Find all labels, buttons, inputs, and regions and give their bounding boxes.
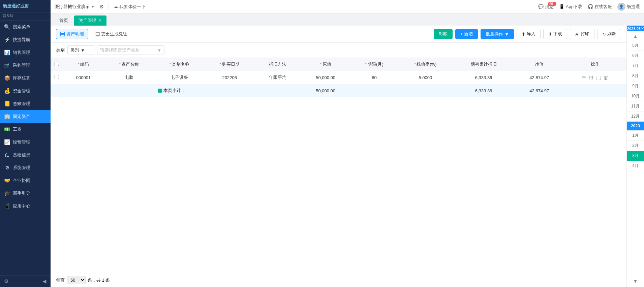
view-tab-voucher-label: 变更生成凭证	[101, 31, 127, 37]
new-label: + 新增	[460, 31, 473, 37]
online-service-btn[interactable]: 🎧 在线客服	[588, 4, 612, 10]
sidebar-item-sales[interactable]: 📊 销售管理	[0, 46, 51, 59]
subtotal-accumulated: 6,333.36	[453, 84, 514, 97]
edit-icon[interactable]: ✏	[582, 74, 586, 81]
ledger-icon: 📒	[4, 101, 10, 107]
td-period: 60	[350, 71, 398, 84]
total-label: 条，共 1 条	[88, 277, 110, 283]
subtotal-empty-5	[350, 84, 398, 97]
tab-close-icon[interactable]: ✕	[98, 19, 102, 23]
tab-asset-management[interactable]: 资产管理 ✕	[74, 15, 106, 26]
th-purchase-date: *购买日期	[205, 58, 255, 71]
company-selector[interactable]: 医疗器械行业演示 ▼	[55, 4, 95, 10]
sidebar-item-label: 快捷导航	[13, 37, 30, 43]
subtotal-original-value: 50,000.00	[301, 84, 350, 97]
subtotal-label-cell: 本页小计：	[154, 84, 255, 97]
sidebar-item-enterprise[interactable]: 🤝 企业协同	[0, 174, 51, 187]
view-tab-detail[interactable]: 资产明细	[56, 29, 88, 39]
sidebar-item-fixed-assets[interactable]: 🏢 固定资产	[0, 110, 51, 123]
sidebar: 畅捷通好业财 普及版 🔍 搜索菜单 ⚡ 快捷导航 📊 销售管理 🛒 采购管理 📦…	[0, 0, 51, 287]
per-page-select[interactable]: 50 10 20 100	[67, 276, 86, 284]
message-badge: 99+	[548, 2, 556, 6]
experience-text: 我要体验一下	[119, 4, 146, 10]
experience-btn[interactable]: ☁ 我要体验一下	[114, 4, 146, 10]
month-10[interactable]: 10月	[627, 91, 644, 101]
month-8[interactable]: 8月	[627, 71, 644, 81]
month-5[interactable]: 5月	[627, 41, 644, 51]
svg-rect-2	[61, 35, 64, 36]
sidebar-item-label: 应用中心	[13, 203, 30, 209]
sidebar-item-guide[interactable]: 🎓 新手引导	[0, 187, 51, 200]
sidebar-item-ledger[interactable]: 📒 总账管理	[0, 97, 51, 110]
current-year-label: 2023	[627, 122, 644, 131]
select-all-checkbox[interactable]	[55, 62, 59, 66]
td-depreciation-method: 年限平均	[255, 71, 301, 84]
pagination-row: 每页 50 10 20 100 条，共 1 条	[51, 273, 626, 287]
sidebar-item-basic-info[interactable]: 🗂 基础信息	[0, 149, 51, 161]
month-3[interactable]: 3月	[627, 151, 644, 161]
panel-down-icon[interactable]: ▼	[633, 276, 638, 287]
headset-icon: 🎧	[588, 4, 593, 9]
month-7[interactable]: 7月	[627, 61, 644, 71]
expand-panel-icon[interactable]: ⛶	[627, 26, 631, 30]
message-btn[interactable]: 💬 消息 99+	[538, 4, 554, 10]
topbar-settings-icon[interactable]: ⚙	[99, 4, 104, 10]
delete-icon[interactable]: 🗑	[604, 75, 609, 81]
import-button[interactable]: ⬆ 导入	[517, 29, 541, 39]
month-4[interactable]: 4月	[627, 161, 644, 171]
sidebar-item-app-center[interactable]: 📱 应用中心	[0, 200, 51, 213]
filter-placeholder: 请选择固定资产类别	[100, 47, 140, 53]
sidebar-item-capital[interactable]: 💰 资金管理	[0, 85, 51, 97]
download-button[interactable]: ⬇ 下载	[543, 29, 567, 39]
subtotal-empty-7	[564, 84, 626, 97]
app-download-btn[interactable]: 📱 App下载	[559, 4, 582, 10]
close-panel-icon[interactable]: ✕	[641, 26, 644, 31]
sidebar-item-label: 库存核算	[13, 75, 30, 81]
sidebar-item-search[interactable]: 🔍 搜索菜单	[0, 21, 51, 33]
user-menu[interactable]: 👤 畅捷通	[617, 3, 640, 11]
sidebar-item-system[interactable]: ⚙ 系统管理	[0, 161, 51, 174]
avatar: 👤	[617, 3, 625, 11]
month-9[interactable]: 9月	[627, 81, 644, 91]
quick-nav-icon: ⚡	[4, 37, 10, 43]
refresh-label: 刷新	[607, 31, 616, 37]
th-accumulated-depreciation: 期初累计折旧	[453, 58, 514, 71]
copy-icon[interactable]: ⊡	[589, 74, 593, 81]
settings-icon[interactable]: ⚙	[4, 278, 8, 284]
subtotal-empty-1	[51, 84, 63, 97]
filter-category-select[interactable]: 类别 ▼	[67, 45, 94, 55]
reconcile-button[interactable]: 对账	[434, 29, 453, 39]
sales-icon: 📊	[4, 50, 10, 56]
batch-button[interactable]: 批量操作 ▼	[481, 29, 514, 39]
sidebar-item-purchase[interactable]: 🛒 采购管理	[0, 59, 51, 72]
sidebar-footer: ⚙ ◀	[0, 275, 51, 287]
share-icon[interactable]: ⬚	[596, 74, 601, 81]
sidebar-nav: 🔍 搜索菜单 ⚡ 快捷导航 📊 销售管理 🛒 采购管理 📦 库存核算 💰 资金管…	[0, 21, 51, 275]
enterprise-icon: 🤝	[4, 178, 10, 184]
month-11[interactable]: 11月	[627, 101, 644, 111]
row-checkbox[interactable]	[55, 75, 59, 79]
new-button[interactable]: + 新增	[455, 29, 478, 39]
refresh-button[interactable]: ↻ 刷新	[597, 29, 621, 39]
month-1[interactable]: 1月	[627, 131, 644, 141]
view-tab-voucher[interactable]: 变更生成凭证	[91, 29, 131, 39]
sidebar-item-quick-nav[interactable]: ⚡ 快捷导航	[0, 33, 51, 46]
tabs-bar: 首页 资产管理 ✕	[51, 13, 644, 26]
app-edition: 普及版	[0, 12, 51, 21]
panel-up-icon[interactable]: ▲	[630, 33, 642, 39]
collapse-icon[interactable]: ◀	[42, 278, 47, 284]
sidebar-item-label: 资金管理	[13, 88, 30, 94]
month-12[interactable]: 12月	[627, 111, 644, 122]
print-button[interactable]: 🖨 打印	[570, 29, 594, 39]
import-label: 导入	[527, 31, 535, 37]
tab-home[interactable]: 首页	[55, 15, 73, 26]
tab-asset-label: 资产管理	[79, 18, 96, 24]
filter-select-arrow: ▼	[81, 48, 85, 53]
system-icon: ⚙	[4, 165, 10, 171]
filter-asset-category-input[interactable]: 请选择固定资产类别 ▼	[97, 45, 164, 55]
sidebar-item-payroll[interactable]: 💵 工资	[0, 123, 51, 136]
month-6[interactable]: 6月	[627, 51, 644, 61]
sidebar-item-inventory[interactable]: 📦 库存核算	[0, 72, 51, 85]
month-2[interactable]: 2月	[627, 141, 644, 151]
sidebar-item-operations[interactable]: 📈 经营管理	[0, 136, 51, 149]
